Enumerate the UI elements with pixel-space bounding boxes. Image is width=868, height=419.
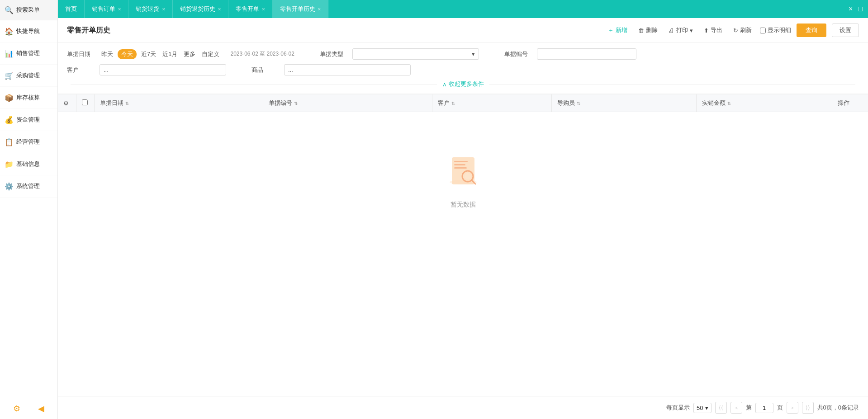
date-opt-custom[interactable]: 自定义 xyxy=(200,49,221,59)
add-label: 新增 xyxy=(616,26,627,34)
sort-date[interactable]: 单据日期 ⇅ xyxy=(100,99,258,107)
delete-label: 删除 xyxy=(646,26,658,34)
page-size-value: 50 xyxy=(697,405,703,411)
empty-state: 暂无数据 xyxy=(58,112,868,245)
refresh-button[interactable]: ↻ 刷新 xyxy=(730,24,754,36)
sidebar-item-sales-mgmt[interactable]: 📊 销售管理 xyxy=(0,42,57,65)
tab-sales-return-history-close[interactable]: × xyxy=(218,6,221,12)
folder-icon: 📁 xyxy=(5,160,14,169)
page-header: 零售开单历史 ＋ 新增 🗑 删除 🖨 打印 ▾ ⬆ 导出 ↻ 刷新 xyxy=(58,18,868,43)
col-settings[interactable]: ⚙ xyxy=(58,94,76,112)
print-button[interactable]: 🖨 打印 ▾ xyxy=(666,24,696,36)
date-range-display: 2023-06-02 至 2023-06-02 xyxy=(230,50,294,58)
display-toggle[interactable]: 显示明细 xyxy=(760,26,791,34)
prev-page-button[interactable]: ＜ xyxy=(730,402,742,414)
query-button[interactable]: 查询 xyxy=(797,24,826,37)
date-label: 单据日期 xyxy=(67,50,92,58)
tabs-close-icon[interactable]: × xyxy=(849,5,853,13)
goods-label: 商品 xyxy=(251,66,277,74)
goods-select[interactable]: ... xyxy=(284,64,411,75)
date-opt-1month[interactable]: 近1月 xyxy=(161,49,179,59)
page-label: 第 xyxy=(746,404,752,412)
col-guide-label: 导购员 xyxy=(557,99,575,107)
tab-retail-open[interactable]: 零售开单 × xyxy=(228,0,272,18)
tab-sales-return[interactable]: 销货退货 × xyxy=(128,0,172,18)
date-opt-7days[interactable]: 近7天 xyxy=(139,49,158,59)
svg-rect-3 xyxy=(454,164,465,165)
empty-text: 暂无数据 xyxy=(451,201,476,209)
sidebar-search[interactable]: 🔍 搜索采单 xyxy=(0,0,57,20)
tab-retail-open-close[interactable]: × xyxy=(262,6,265,12)
sidebar-item-inventory[interactable]: 📦 库存核算 xyxy=(0,87,57,109)
data-table: ⚙ 单据日期 ⇅ 单据编号 ⇅ xyxy=(58,94,868,112)
sidebar-item-quick-nav[interactable]: 🏠 快捷导航 xyxy=(0,20,57,42)
collapse-sidebar-icon[interactable]: ◀ xyxy=(38,404,44,414)
table-header: ⚙ 单据日期 ⇅ 单据编号 ⇅ xyxy=(58,94,868,112)
tab-sales-return-history-label: 销货退货历史 xyxy=(180,5,215,13)
tab-retail-open-history-close[interactable]: × xyxy=(318,6,321,12)
page-size-select[interactable]: 50 ▾ xyxy=(693,403,711,413)
collapse-bar[interactable]: ∧ 收起更多条件 xyxy=(67,80,859,88)
filter-settings-button[interactable]: 设置 xyxy=(832,24,859,37)
last-page-button[interactable]: ⟩⟩ xyxy=(802,402,814,414)
tab-home-label: 首页 xyxy=(65,5,77,13)
export-label: 导出 xyxy=(711,26,722,34)
date-opt-yesterday[interactable]: 昨天 xyxy=(100,49,115,59)
sort-guide[interactable]: 导购员 ⇅ xyxy=(557,99,690,107)
select-all-checkbox[interactable] xyxy=(82,99,88,105)
svg-point-7 xyxy=(465,173,471,179)
svg-rect-2 xyxy=(454,161,468,162)
tab-sales-order-close[interactable]: × xyxy=(118,6,121,12)
filter-row-2: 客户 ... 商品 ... xyxy=(67,64,859,75)
first-page-button[interactable]: ⟨⟨ xyxy=(715,402,727,414)
number-input[interactable] xyxy=(537,48,636,60)
sidebar-item-label: 经营管理 xyxy=(16,138,40,146)
collapse-up-icon: ∧ xyxy=(442,81,447,88)
display-toggle-checkbox[interactable] xyxy=(760,28,766,33)
collapse-divider-left xyxy=(71,84,437,85)
collapse-label: 收起更多条件 xyxy=(449,80,484,88)
sort-number[interactable]: 单据编号 ⇅ xyxy=(269,99,427,107)
add-button[interactable]: ＋ 新增 xyxy=(605,24,630,36)
customer-select[interactable]: ... xyxy=(100,64,226,75)
filter-area: 单据日期 昨天 今天 近7天 近1月 更多 自定义 2023-06-02 至 2… xyxy=(58,43,868,94)
main-content: 首页 销售订单 × 销货退货 × 销货退货历史 × 零售开单 × 零售开单历史 … xyxy=(58,0,868,419)
tab-retail-open-history[interactable]: 零售开单历史 × xyxy=(273,0,328,18)
delete-icon: 🗑 xyxy=(638,27,644,34)
next-page-button[interactable]: ＞ xyxy=(787,402,798,414)
settings-bottom-icon[interactable]: ⚙ xyxy=(13,404,20,414)
date-opt-today[interactable]: 今天 xyxy=(118,49,137,59)
sidebar-item-sys-mgmt[interactable]: ⚙️ 系统管理 xyxy=(0,175,57,198)
page-number-input[interactable] xyxy=(755,403,773,413)
tab-sales-return-close[interactable]: × xyxy=(162,6,165,12)
tab-sales-return-history[interactable]: 销货退货历史 × xyxy=(173,0,228,18)
sidebar-item-basic-info[interactable]: 📁 基础信息 xyxy=(0,153,57,175)
type-select[interactable]: ▾ xyxy=(352,48,479,60)
money-icon: 💰 xyxy=(5,115,14,124)
delete-button[interactable]: 🗑 删除 xyxy=(636,24,660,36)
tabs-right-controls: × □ xyxy=(843,5,868,13)
sort-amount[interactable]: 实销金额 ⇅ xyxy=(702,99,826,107)
tabs-window-icon[interactable]: □ xyxy=(858,5,863,13)
print-chevron-icon: ▾ xyxy=(690,27,693,34)
sidebar-item-operations[interactable]: 📋 经营管理 xyxy=(0,131,57,153)
sidebar-item-purchase-mgmt[interactable]: 🛒 采购管理 xyxy=(0,65,57,87)
table-container: ⚙ 单据日期 ⇅ 单据编号 ⇅ xyxy=(58,94,868,396)
page-size-chevron-icon: ▾ xyxy=(705,405,708,411)
sidebar-item-finance[interactable]: 💰 资金管理 xyxy=(0,109,57,131)
tab-sales-order-label: 销售订单 xyxy=(92,5,115,13)
tab-home[interactable]: 首页 xyxy=(58,0,85,18)
col-actions: 操作 xyxy=(832,94,868,112)
customer-select-value: ... xyxy=(104,66,109,73)
sidebar-item-label: 快捷导航 xyxy=(16,27,40,35)
date-opt-more[interactable]: 更多 xyxy=(182,49,197,59)
export-button[interactable]: ⬆ 导出 xyxy=(701,24,725,36)
tab-sales-order[interactable]: 销售订单 × xyxy=(85,0,128,18)
toolbar: ＋ 新增 🗑 删除 🖨 打印 ▾ ⬆ 导出 ↻ 刷新 显示明细 xyxy=(605,24,859,37)
page-title: 零售开单历史 xyxy=(67,26,110,35)
tab-retail-open-label: 零售开单 xyxy=(236,5,259,13)
sort-customer[interactable]: 客户 ⇅ xyxy=(438,99,546,107)
col-guide: 导购员 ⇅ xyxy=(552,94,696,112)
sidebar-bottom: ⚙ ◀ xyxy=(0,398,57,419)
collapse-divider-right xyxy=(489,84,856,85)
